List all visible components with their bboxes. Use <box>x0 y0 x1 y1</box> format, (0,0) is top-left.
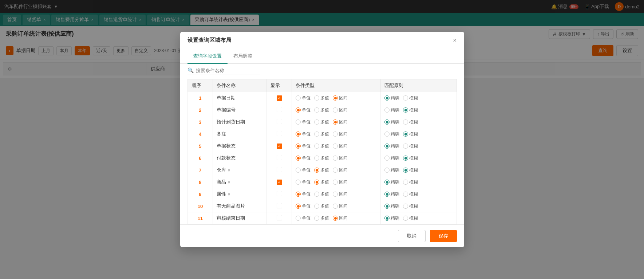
search-input-wrap: 🔍 <box>187 67 260 75</box>
modal-header: 设置查询区域布局 × <box>180 32 464 49</box>
modal-close-button[interactable]: × <box>453 37 457 44</box>
settings-modal: 设置查询区域布局 × 查询字段设置 布局调整 🔍 顺序 条件名称 显示 <box>180 32 464 78</box>
search-icon: 🔍 <box>187 67 194 73</box>
search-input[interactable] <box>196 68 260 73</box>
modal-overlay: 设置查询区域布局 × 查询字段设置 布局调整 🔍 顺序 条件名称 显示 <box>0 0 644 78</box>
search-box-area: 🔍 <box>180 64 464 78</box>
tab-query-fields[interactable]: 查询字段设置 <box>187 49 228 64</box>
modal-title: 设置查询区域布局 <box>187 37 231 44</box>
tab-layout-adjust[interactable]: 布局调整 <box>228 49 258 64</box>
modal-tabs: 查询字段设置 布局调整 <box>180 49 464 64</box>
